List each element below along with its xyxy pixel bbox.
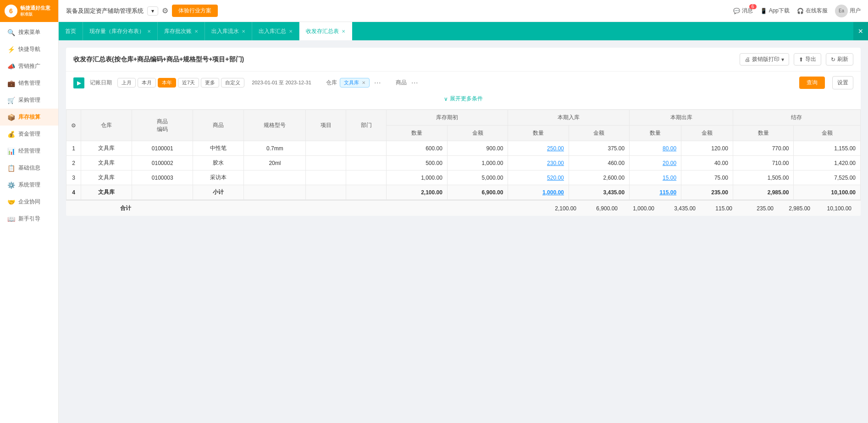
data-table: ⚙ 仓库 商品编码 商品 规格型号 项目 部门 库存期初 本期入库 本期出库 结… xyxy=(66,110,861,200)
box-icon: 📦 xyxy=(7,114,15,121)
row-in-qty[interactable]: 250.00 xyxy=(508,141,569,156)
sidebar-item-quicknav[interactable]: ⚡ 快捷导航 xyxy=(0,41,58,58)
row-code: 0100003 xyxy=(132,170,193,185)
filter-row-main: ▶ 记账日期 上月 本月 本年 近7天 更多 自定义 2023-01-01 至 … xyxy=(73,76,853,89)
row-open-amt: 900.00 xyxy=(447,141,508,156)
expand-more-row[interactable]: ∨ 展开更多条件 xyxy=(73,93,853,104)
tab-close-stock-summary[interactable]: ✕ xyxy=(289,29,293,34)
row-in-qty[interactable]: 230.00 xyxy=(508,156,569,170)
subtotal-out-qty[interactable]: 115.00 xyxy=(630,185,681,200)
flash-icon: ⚡ xyxy=(7,46,15,53)
tab-stock-flow[interactable]: 出入库流水 ✕ xyxy=(205,22,252,40)
row-out-qty[interactable]: 80.00 xyxy=(630,141,681,156)
row-project xyxy=(306,156,346,170)
page-actions: 🖨 拨销版打印 ▾ ⬆ 导出 ↻ 刷新 xyxy=(740,53,853,66)
list-icon: 📋 xyxy=(7,165,15,172)
filter-expand-button[interactable]: ▶ xyxy=(73,77,84,88)
row-code: 0100002 xyxy=(132,156,193,170)
date-btn-custom[interactable]: 自定义 xyxy=(221,78,244,88)
tab-home[interactable]: 首页 xyxy=(59,22,83,40)
th-goods2: 规格型号 xyxy=(244,110,306,141)
row-open-qty: 1,000.00 xyxy=(387,170,447,185)
tab-close-stock-dist[interactable]: ✕ xyxy=(147,29,151,34)
filter-area: ▶ 记账日期 上月 本月 本年 近7天 更多 自定义 2023-01-01 至 … xyxy=(66,71,861,110)
table-row-subtotal: 4 文具库 小计 2,100.00 6,900.00 1,000.00 3,43… xyxy=(66,185,861,200)
th-code: 商品编码 xyxy=(132,110,193,141)
query-button[interactable]: 查询 xyxy=(799,77,825,89)
th-open-amt: 金额 xyxy=(447,126,508,141)
subtotal-in-qty[interactable]: 1,000.00 xyxy=(508,185,569,200)
sidebar-item-purchase[interactable]: 🛒 采购管理 xyxy=(0,92,58,109)
th-open-qty: 数量 xyxy=(387,126,447,141)
sidebar-item-guide[interactable]: 📖 新手引导 xyxy=(0,210,58,227)
tab-close-batch-ledger[interactable]: ✕ xyxy=(194,29,198,34)
warehouse-tag-close[interactable]: ✕ xyxy=(362,80,365,85)
tab-batch-ledger[interactable]: 库存批次账 ✕ xyxy=(158,22,205,40)
topbar-left: 装备及固定资产辅助管理系统 ▾ ⚙ 体验行业方案 xyxy=(66,5,218,17)
row-out-qty[interactable]: 20.00 xyxy=(630,156,681,170)
sidebar-item-inventory[interactable]: 📦 库存核算 xyxy=(0,109,58,126)
sidebar-item-marketing[interactable]: 📣 营销推广 xyxy=(0,58,58,75)
date-btn-7days[interactable]: 近7天 xyxy=(178,78,199,88)
row-num: 1 xyxy=(66,141,81,156)
row-project xyxy=(306,170,346,185)
subtotal-close-amt: 10,100.00 xyxy=(794,185,861,200)
filter-setting-button[interactable]: 设置 xyxy=(832,76,853,89)
goods-label: 商品 xyxy=(396,79,407,87)
warehouse-more-icon[interactable]: ··· xyxy=(374,78,381,88)
th-out-amt: 金额 xyxy=(681,126,733,141)
gear-icon: ⚙️ xyxy=(7,181,15,189)
row-in-qty[interactable]: 520.00 xyxy=(508,170,569,185)
th-group-in: 本期入库 xyxy=(508,110,630,126)
refresh-icon: ↻ xyxy=(831,56,835,63)
sidebar-item-operation[interactable]: 📊 经营管理 xyxy=(0,143,58,159)
total-out-qty: 115.00 xyxy=(700,205,737,212)
warehouse-label: 仓库 xyxy=(326,79,337,87)
settings-icon[interactable]: ⚙ xyxy=(162,6,168,15)
table-row: 2 文具库 0100002 胶水 20ml 500.00 1,000.00 23… xyxy=(66,156,861,170)
export-button[interactable]: ⬆ 导出 xyxy=(794,53,821,66)
page-content: 收发存汇总表(按仓库+商品编码+商品+规格型号+项目+部门) 🖨 拨销版打印 ▾… xyxy=(59,40,868,423)
briefcase-icon: 💼 xyxy=(7,80,15,87)
online-service-button[interactable]: 🎧 在线客服 xyxy=(797,7,828,15)
th-gear[interactable]: ⚙ xyxy=(66,110,81,141)
tab-close-receive-summary[interactable]: ✕ xyxy=(342,29,345,34)
trial-button[interactable]: 体验行业方案 xyxy=(172,5,218,17)
search-icon: 🔍 xyxy=(7,29,15,36)
print-button[interactable]: 🖨 拨销版打印 ▾ xyxy=(740,53,789,66)
tab-stock-dist[interactable]: 现存量（库存分布表） ✕ xyxy=(83,22,158,40)
message-button[interactable]: 💬 消息 6 xyxy=(733,7,753,15)
tab-stock-summary[interactable]: 出入库汇总 ✕ xyxy=(252,22,299,40)
handshake-icon: 🤝 xyxy=(7,198,15,206)
tab-receive-summary[interactable]: 收发存汇总表 ✕ xyxy=(299,22,352,40)
date-btn-this-month[interactable]: 本月 xyxy=(138,78,156,88)
date-btn-last-month[interactable]: 上月 xyxy=(117,78,136,88)
tab-close-stock-flow[interactable]: ✕ xyxy=(242,29,245,34)
row-out-qty[interactable]: 15.00 xyxy=(630,170,681,185)
app-download-button[interactable]: 📱 App下载 xyxy=(760,7,790,15)
subtotal-label: 小计 xyxy=(193,185,243,200)
goods-more-icon[interactable]: ··· xyxy=(411,78,418,88)
export-icon: ⬆ xyxy=(799,56,803,63)
topbar: 装备及固定资产辅助管理系统 ▾ ⚙ 体验行业方案 💬 消息 6 📱 App下载 … xyxy=(59,0,868,22)
user-menu[interactable]: Ea 用户 xyxy=(835,5,861,17)
sidebar-item-system[interactable]: ⚙️ 系统管理 xyxy=(0,176,58,193)
total-open-qty: 2,100.00 xyxy=(544,205,581,212)
th-group-closing: 结存 xyxy=(733,110,860,126)
row-in-amt: 375.00 xyxy=(569,141,629,156)
row-project xyxy=(306,141,346,156)
system-dropdown[interactable]: ▾ xyxy=(147,6,158,16)
sidebar-item-basic[interactable]: 📋 基础信息 xyxy=(0,159,58,176)
sidebar-item-search[interactable]: 🔍 搜索菜单 xyxy=(0,24,58,41)
date-btn-more[interactable]: 更多 xyxy=(201,78,219,88)
close-all-tabs[interactable]: ✕ xyxy=(853,22,868,40)
sidebar-item-finance[interactable]: 💰 资金管理 xyxy=(0,126,58,143)
date-btn-this-year[interactable]: 本年 xyxy=(158,78,176,88)
goods-filter: 商品 ··· xyxy=(396,78,418,88)
refresh-button[interactable]: ↻ 刷新 xyxy=(826,53,853,66)
sidebar-item-collab[interactable]: 🤝 企业协同 xyxy=(0,193,58,210)
sidebar-item-sales[interactable]: 💼 销售管理 xyxy=(0,75,58,92)
th-group-out: 本期出库 xyxy=(630,110,733,126)
date-buttons: 上月 本月 本年 近7天 更多 自定义 xyxy=(117,78,244,88)
table-footer: 合计 2,100.00 6,900.00 1,000.00 3,435.00 1… xyxy=(66,200,861,216)
